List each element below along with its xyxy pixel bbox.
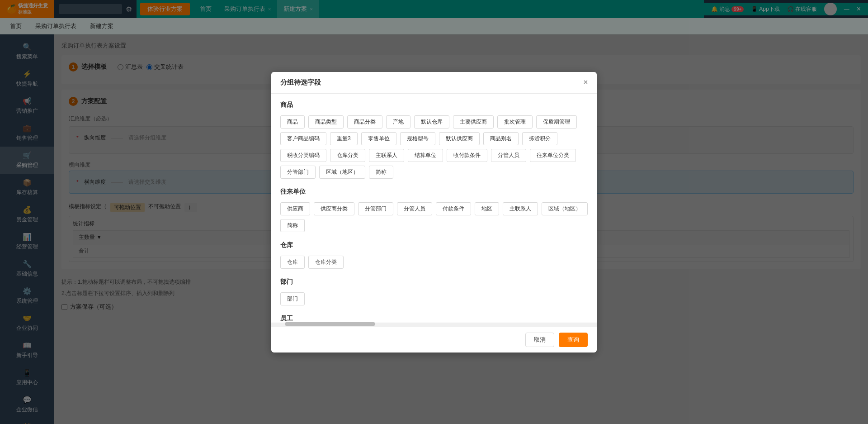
section-employee-title: 员工 bbox=[280, 314, 588, 323]
section-partner: 往来单位 供应商 供应商分类 分管部门 分管人员 付款条件 地区 主联系人 区域… bbox=[280, 188, 588, 232]
section-dept-title: 部门 bbox=[280, 278, 588, 288]
tag-goods-1[interactable]: 商品类型 bbox=[308, 115, 344, 129]
modal-close-btn[interactable]: × bbox=[584, 78, 588, 86]
modal-dialog: 分组待选字段 × 商品 商品 商品类型 商品分类 产地 默认仓库 主要供应商 批… bbox=[271, 72, 597, 353]
tag-partner-0[interactable]: 供应商 bbox=[280, 202, 310, 215]
tag-partner-1[interactable]: 供应商分类 bbox=[314, 202, 354, 215]
modal-body: 商品 商品 商品类型 商品分类 产地 默认仓库 主要供应商 批次管理 保质期管理… bbox=[271, 94, 597, 323]
tag-goods-14[interactable]: 拣货积分 bbox=[522, 132, 557, 145]
tag-goods-19[interactable]: 收付款条件 bbox=[447, 149, 487, 162]
section-goods-title: 商品 bbox=[280, 101, 588, 111]
tag-warehouse-1[interactable]: 仓库分类 bbox=[308, 256, 344, 269]
modal-header: 分组待选字段 × bbox=[271, 72, 597, 94]
tag-partner-6[interactable]: 主联系人 bbox=[503, 202, 538, 215]
tag-goods-21[interactable]: 往来单位分类 bbox=[530, 149, 576, 162]
tag-goods-20[interactable]: 分管人员 bbox=[491, 149, 526, 162]
tag-partner-3[interactable]: 分管人员 bbox=[397, 202, 432, 215]
modal-title: 分组待选字段 bbox=[280, 78, 321, 87]
goods-tags: 商品 商品类型 商品分类 产地 默认仓库 主要供应商 批次管理 保质期管理 客户… bbox=[280, 115, 588, 179]
tag-partner-4[interactable]: 付款条件 bbox=[436, 202, 471, 215]
tag-goods-3[interactable]: 产地 bbox=[386, 115, 410, 129]
modal-footer: 取消 查询 bbox=[271, 327, 597, 353]
tag-goods-24[interactable]: 简称 bbox=[369, 166, 393, 179]
section-department: 部门 部门 bbox=[280, 278, 588, 305]
cancel-button[interactable]: 取消 bbox=[525, 333, 554, 347]
tag-goods-2[interactable]: 商品分类 bbox=[347, 115, 382, 129]
tag-goods-18[interactable]: 结算单位 bbox=[408, 149, 443, 162]
tag-goods-4[interactable]: 默认仓库 bbox=[414, 115, 449, 129]
tag-goods-22[interactable]: 分管部门 bbox=[280, 166, 316, 179]
tag-partner-7[interactable]: 区域（地区） bbox=[542, 202, 588, 215]
tag-goods-9[interactable]: 重量3 bbox=[330, 132, 358, 145]
tag-goods-8[interactable]: 客户商品编码 bbox=[280, 132, 326, 145]
tag-dept-0[interactable]: 部门 bbox=[280, 292, 305, 305]
tag-goods-23[interactable]: 区域（地区） bbox=[319, 166, 365, 179]
tag-goods-17[interactable]: 主联系人 bbox=[369, 149, 404, 162]
confirm-button[interactable]: 查询 bbox=[559, 333, 588, 347]
section-warehouse: 仓库 仓库 仓库分类 bbox=[280, 241, 588, 269]
section-partner-title: 往来单位 bbox=[280, 188, 588, 198]
tag-partner-2[interactable]: 分管部门 bbox=[358, 202, 393, 215]
tag-partner-8[interactable]: 简称 bbox=[280, 219, 305, 232]
warehouse-tags: 仓库 仓库分类 bbox=[280, 256, 588, 269]
tag-goods-12[interactable]: 默认供应商 bbox=[439, 132, 480, 145]
horizontal-scrollbar[interactable] bbox=[271, 323, 597, 327]
tag-partner-5[interactable]: 地区 bbox=[475, 202, 499, 215]
section-goods: 商品 商品 商品类型 商品分类 产地 默认仓库 主要供应商 批次管理 保质期管理… bbox=[280, 101, 588, 179]
tag-goods-11[interactable]: 规格型号 bbox=[400, 132, 435, 145]
partner-tags: 供应商 供应商分类 分管部门 分管人员 付款条件 地区 主联系人 区域（地区） … bbox=[280, 202, 588, 232]
section-warehouse-title: 仓库 bbox=[280, 241, 588, 251]
tag-goods-6[interactable]: 批次管理 bbox=[497, 115, 533, 129]
tag-goods-13[interactable]: 商品别名 bbox=[483, 132, 519, 145]
tag-goods-15[interactable]: 税收分类编码 bbox=[280, 149, 326, 162]
section-employee: 员工 业务员 bbox=[280, 314, 588, 323]
h-scrollbar-thumb[interactable] bbox=[285, 322, 375, 326]
tag-goods-16[interactable]: 仓库分类 bbox=[330, 149, 365, 162]
tag-warehouse-0[interactable]: 仓库 bbox=[280, 256, 305, 269]
tag-goods-10[interactable]: 零售单位 bbox=[361, 132, 396, 145]
dept-tags: 部门 bbox=[280, 292, 588, 305]
modal-overlay: 分组待选字段 × 商品 商品 商品类型 商品分类 产地 默认仓库 主要供应商 批… bbox=[0, 0, 868, 424]
tag-goods-7[interactable]: 保质期管理 bbox=[536, 115, 577, 129]
tag-goods-5[interactable]: 主要供应商 bbox=[453, 115, 494, 129]
tag-goods-0[interactable]: 商品 bbox=[280, 115, 305, 129]
